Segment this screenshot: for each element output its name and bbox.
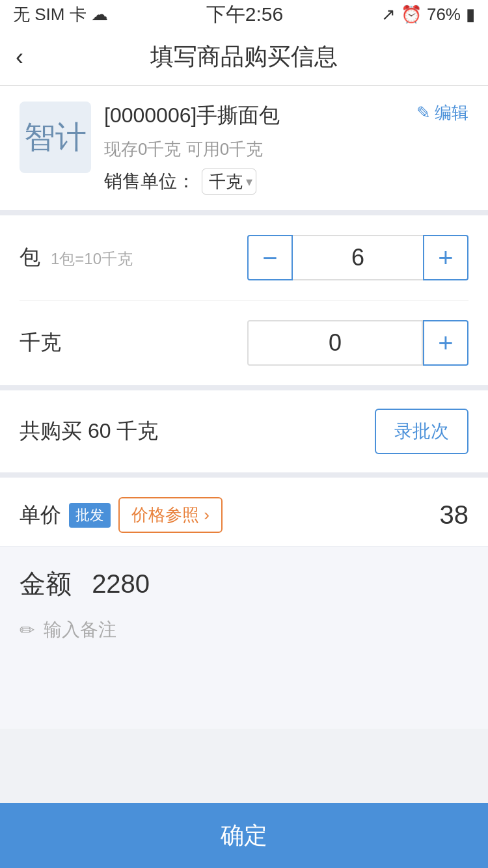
product-thumb-text: 智计 xyxy=(24,116,87,158)
back-button[interactable]: ‹ xyxy=(16,44,23,71)
edit-icon: ✎ xyxy=(416,103,431,123)
amount-label: 金额 xyxy=(20,569,72,598)
pack-plus-button[interactable]: + xyxy=(423,235,468,280)
edit-button[interactable]: ✎ 编辑 xyxy=(416,102,468,124)
amount-row: 金额 2280 xyxy=(20,566,468,602)
unit-label: 销售单位： xyxy=(104,169,195,194)
kg-plus-button[interactable]: + xyxy=(423,320,468,366)
pencil-icon: ✏ xyxy=(20,619,34,641)
location-icon: ↗ xyxy=(381,5,396,25)
kg-quantity-row: 千克 + xyxy=(20,301,468,385)
pack-quantity-row: 包 1包=10千克 − + xyxy=(20,215,468,301)
product-name: [0000006]手撕面包 xyxy=(104,102,468,130)
price-label: 单价 xyxy=(20,501,61,530)
pack-hint: 1包=10千克 xyxy=(51,249,133,269)
remark-placeholder: 输入备注 xyxy=(44,617,116,642)
quantity-section: 包 1包=10千克 − + 千克 + xyxy=(0,215,488,390)
status-time: 下午2:56 xyxy=(206,1,283,28)
pack-quantity-controls: − + xyxy=(247,235,468,280)
record-batch-button[interactable]: 录批次 xyxy=(375,409,468,454)
page-title: 填写商品购买信息 xyxy=(150,41,338,73)
price-row: 单价 批发 价格参照 › 38 xyxy=(20,497,468,533)
pack-minus-button[interactable]: − xyxy=(247,235,293,280)
battery-level: 76% xyxy=(427,5,461,25)
kg-label: 千克 xyxy=(20,329,61,357)
price-value: 38 xyxy=(440,500,469,530)
unit-select-wrap[interactable]: 千克 xyxy=(202,169,256,195)
product-info: [0000006]手撕面包 现存0千克 可用0千克 销售单位： 千克 xyxy=(104,102,468,195)
kg-quantity-input[interactable] xyxy=(247,320,423,366)
total-row: 共购买 60 千克 录批次 xyxy=(0,390,488,478)
product-card: 智计 [0000006]手撕面包 现存0千克 可用0千克 销售单位： 千克 ✎ … xyxy=(0,86,488,215)
remark-row[interactable]: ✏ 输入备注 xyxy=(20,617,468,642)
product-stock: 现存0千克 可用0千克 xyxy=(104,138,468,161)
pack-quantity-input[interactable] xyxy=(293,235,423,280)
price-section: 单价 批发 价格参照 › 38 xyxy=(0,478,488,547)
status-bar: 无 SIM 卡 ☁ 下午2:56 ↗ ⏰ 76% ▮ xyxy=(0,0,488,29)
price-reference-button[interactable]: 价格参照 › xyxy=(118,497,223,533)
unit-select[interactable]: 千克 xyxy=(202,169,256,195)
alarm-icon: ⏰ xyxy=(401,5,422,25)
nav-bar: ‹ 填写商品购买信息 xyxy=(0,29,488,86)
edit-label: 编辑 xyxy=(435,102,468,124)
battery-icon: ▮ xyxy=(466,5,475,25)
batch-tag: 批发 xyxy=(69,503,111,528)
total-label: 共购买 60 千克 xyxy=(20,417,158,446)
amount-value: 2280 xyxy=(92,569,150,598)
product-thumbnail: 智计 xyxy=(20,102,91,173)
confirm-button[interactable]: 确定 xyxy=(0,803,488,868)
kg-quantity-controls: + xyxy=(247,320,468,366)
status-right: ↗ ⏰ 76% ▮ xyxy=(381,5,475,25)
product-unit-row: 销售单位： 千克 xyxy=(104,169,468,195)
status-left: 无 SIM 卡 ☁ xyxy=(13,3,108,26)
sim-label: 无 SIM 卡 ☁ xyxy=(13,3,108,26)
amount-section: 金额 2280 ✏ 输入备注 xyxy=(0,547,488,729)
pack-label: 包 1包=10千克 xyxy=(20,243,133,272)
price-left: 单价 批发 价格参照 › xyxy=(20,497,223,533)
